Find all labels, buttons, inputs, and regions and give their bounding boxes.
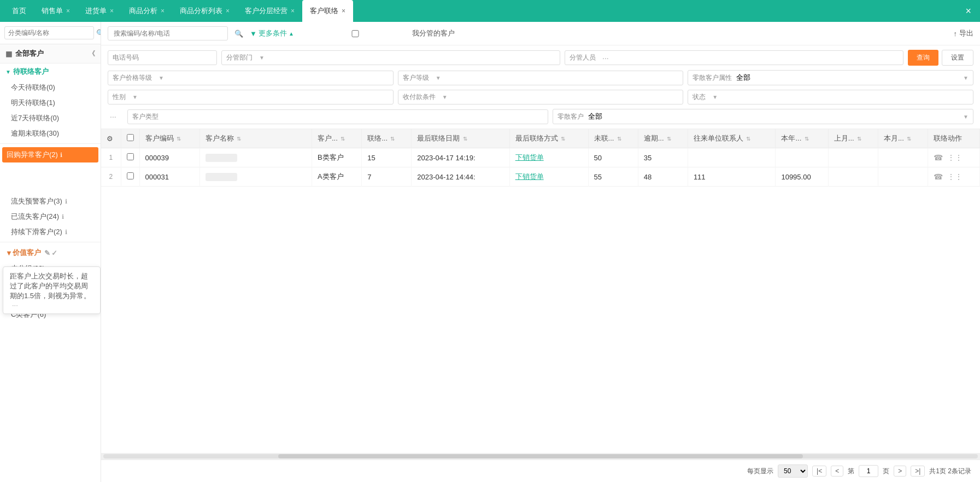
th-customer-type[interactable]: 客户... ⇅: [312, 129, 362, 148]
status-field[interactable]: 状态 ▼: [688, 90, 973, 104]
tab-customer-segments[interactable]: 客户分层经营 ×: [237, 0, 302, 22]
filter-search-icon[interactable]: 🔍: [234, 30, 243, 38]
sort-thismonth-icon[interactable]: ⇅: [907, 136, 911, 142]
sidebar-item-tomorrow[interactable]: 明天待联络(1): [0, 95, 101, 111]
th-this-year[interactable]: 本年... ⇅: [776, 129, 828, 148]
row-name-2[interactable]: [200, 167, 312, 187]
phone-field[interactable]: 电话号码: [108, 50, 217, 65]
customer-grade-field[interactable]: 客户等级 ▼: [398, 71, 684, 85]
more-conditions-button[interactable]: ▼ 更多条件 ▲: [250, 28, 294, 38]
tab-product-analysis[interactable]: 商品分析 ×: [121, 0, 172, 22]
gender-field[interactable]: 性别 ▼: [108, 90, 394, 104]
row-name-1[interactable]: [200, 148, 312, 167]
filter-dots[interactable]: ···: [110, 112, 116, 121]
sort-name-icon[interactable]: ⇅: [237, 136, 241, 142]
manager-dots[interactable]: ···: [602, 54, 609, 62]
sidebar-search-icon[interactable]: 🔍: [96, 29, 101, 37]
window-close-button[interactable]: ×: [961, 5, 976, 17]
row-last-method-2[interactable]: 下销货单: [509, 167, 588, 187]
close-product-analysis-tab[interactable]: ×: [161, 7, 165, 15]
tooltip-dots[interactable]: ···: [12, 301, 18, 309]
row-checkbox-1[interactable]: [121, 148, 139, 167]
dept-field[interactable]: 分管部门 ▼: [221, 50, 560, 65]
row-code-1[interactable]: 000039: [139, 148, 200, 167]
sort-date-icon[interactable]: ⇅: [463, 136, 467, 142]
sidebar-search-input[interactable]: [4, 26, 94, 39]
close-product-analysis-list-tab[interactable]: ×: [226, 7, 230, 15]
next-page-button[interactable]: >: [894, 466, 906, 477]
row-last-method-1[interactable]: 下销货单: [509, 148, 588, 167]
sidebar-item-overdue[interactable]: 逾期未联络(30): [0, 126, 101, 141]
payment-field[interactable]: 收付款条件 ▼: [398, 90, 684, 104]
settings-icon[interactable]: ⚙: [107, 135, 113, 143]
sort-companycontacts-icon[interactable]: ⇅: [746, 136, 750, 142]
scrollbar-thumb[interactable]: [278, 454, 803, 458]
customer-type-field[interactable]: 客户类型: [127, 109, 548, 124]
tab-customer-contact[interactable]: 客户联络 ×: [302, 0, 353, 22]
contact-icon-1[interactable]: ☎: [934, 153, 943, 162]
row-checkbox-2[interactable]: [121, 167, 139, 187]
value-customer-group[interactable]: ▼ 价值客户 ✎ ✓: [0, 245, 101, 261]
sort-method-icon[interactable]: ⇅: [561, 136, 565, 142]
sidebar-item-churn-warning[interactable]: 流失预警客户(3) ℹ: [0, 194, 101, 209]
export-button[interactable]: ↑ 导出: [954, 28, 974, 38]
th-last-month[interactable]: 上月... ⇅: [828, 129, 878, 148]
th-code[interactable]: 客户编码 ⇅: [139, 129, 200, 148]
th-checkbox[interactable]: [121, 129, 139, 148]
scrollbar-track[interactable]: [103, 454, 978, 458]
sort-lastmonth-icon[interactable]: ⇅: [857, 136, 861, 142]
th-name[interactable]: 客户名称 ⇅: [200, 129, 312, 148]
th-last-contact-date[interactable]: 最后联络日期 ⇅: [412, 129, 509, 148]
row-1-checkbox[interactable]: [127, 153, 134, 160]
row-code-2[interactable]: 000031: [139, 167, 200, 187]
search-input[interactable]: [108, 26, 228, 40]
sort-type-icon[interactable]: ⇅: [341, 136, 345, 142]
contact-icon-2[interactable]: ☎: [934, 172, 943, 181]
th-last-contact-method[interactable]: 最后联络方式 ⇅: [509, 129, 588, 148]
sidebar-item-declining[interactable]: 持续下滑客户(2) ℹ: [0, 224, 101, 240]
sort-contacts-icon[interactable]: ⇅: [390, 136, 395, 142]
query-button[interactable]: 查询: [908, 50, 938, 66]
first-page-button[interactable]: |<: [812, 466, 826, 477]
th-contacts[interactable]: 联络... ⇅: [362, 129, 412, 148]
sort-overdue-icon[interactable]: ⇅: [667, 136, 671, 142]
manager-field[interactable]: 分管人员 ···: [565, 50, 903, 65]
sort-notcontacted-icon[interactable]: ⇅: [617, 136, 621, 142]
th-settings[interactable]: ⚙: [101, 129, 121, 148]
edit-icon-value-group[interactable]: ✎: [44, 249, 50, 257]
th-company-contacts[interactable]: 往来单位联系人 ⇅: [688, 129, 776, 148]
retail-customer-field[interactable]: 零散客户 全部 ▼: [553, 109, 973, 124]
tab-purchase[interactable]: 进货单 ×: [78, 0, 121, 22]
sort-thisyear-icon[interactable]: ⇅: [805, 136, 809, 142]
page-size-select[interactable]: 10 20 50 100: [778, 464, 808, 478]
my-customer-checkbox[interactable]: [301, 30, 410, 37]
settings-button[interactable]: 设置: [942, 50, 973, 66]
close-customer-contact-tab[interactable]: ×: [342, 7, 345, 15]
tab-product-analysis-list[interactable]: 商品分析列表 ×: [172, 0, 237, 22]
sidebar-item-churned[interactable]: 已流失客户(24) ℹ: [0, 209, 101, 224]
sidebar-item-7days[interactable]: 近7天待联络(0): [0, 111, 101, 126]
sidebar-item-repurchase-abnormal[interactable]: 回购异常客户(2) ℹ: [2, 147, 98, 162]
more-action-icon-1[interactable]: ⋮⋮: [947, 153, 963, 162]
horizontal-scrollbar[interactable]: [101, 453, 980, 460]
tab-sales[interactable]: 销售单 ×: [34, 0, 78, 22]
sort-code-icon[interactable]: ⇅: [177, 136, 181, 142]
close-purchase-tab[interactable]: ×: [110, 7, 114, 15]
close-sales-tab[interactable]: ×: [66, 7, 70, 15]
pending-contact-group[interactable]: ▼ 待联络客户: [0, 63, 101, 80]
price-grade-field[interactable]: 客户价格等级 ▼: [108, 71, 394, 85]
more-action-icon-2[interactable]: ⋮⋮: [947, 172, 963, 181]
fold-icon[interactable]: 《: [89, 49, 95, 59]
prev-page-button[interactable]: <: [831, 466, 843, 477]
th-overdue[interactable]: 逾期... ⇅: [638, 129, 688, 148]
sidebar-item-today[interactable]: 今天待联络(0): [0, 80, 101, 95]
select-all-checkbox[interactable]: [127, 134, 134, 141]
tab-home[interactable]: 首页: [4, 0, 34, 22]
retail-attr-field[interactable]: 零散客户属性 全部 ▼: [688, 70, 973, 85]
page-number-input[interactable]: [859, 465, 878, 477]
all-customers-title[interactable]: ▦ 全部客户 《: [0, 44, 101, 63]
my-customer-checkbox-container[interactable]: 我分管的客户: [301, 28, 455, 38]
th-not-contacted[interactable]: 未联... ⇅: [588, 129, 638, 148]
th-this-month[interactable]: 本月... ⇅: [878, 129, 928, 148]
close-customer-segments-tab[interactable]: ×: [291, 7, 295, 15]
